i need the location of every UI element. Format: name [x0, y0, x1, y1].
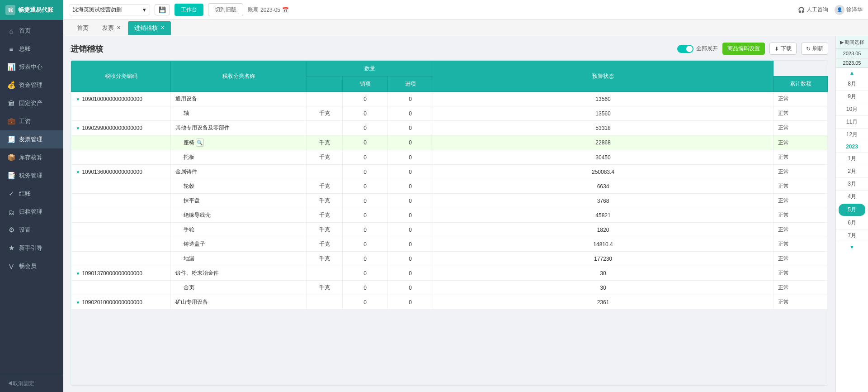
product-code-button[interactable]: 商品编码设置 — [722, 43, 765, 55]
table-cell-code — [71, 237, 171, 252]
table-cell-sales: 0 — [343, 237, 388, 252]
table-cell-name: 地漏 — [171, 252, 307, 266]
app-name: 畅捷通易代账 — [18, 6, 53, 14]
expand-icon[interactable]: ▼ — [76, 170, 80, 175]
sidebar-item-home[interactable]: ⌂ 首页 — [0, 22, 63, 40]
tab-reconciliation-close[interactable]: ✕ — [160, 25, 165, 31]
period-month-item[interactable]: 1月 — [836, 153, 868, 165]
sidebar-item-inventory[interactable]: 📦 库存核算 — [0, 148, 63, 167]
save-draft-button[interactable]: 💾 — [155, 4, 170, 15]
period-month-item[interactable]: 5月 — [839, 204, 865, 216]
refresh-label: 刷新 — [812, 45, 823, 53]
user-menu[interactable]: 👤 徐泽华 — [835, 5, 863, 15]
tab-invoice-close[interactable]: ✕ — [117, 25, 121, 31]
reports-icon: 📊 — [7, 63, 15, 71]
period-month-item[interactable]: 8月 — [836, 78, 868, 91]
table-cell-purchase: 0 — [388, 92, 433, 106]
toggle-switch[interactable] — [677, 45, 693, 53]
expand-icon[interactable]: ▼ — [76, 126, 80, 131]
table-cell-total: 45821 — [433, 208, 774, 223]
period-month-item[interactable]: 2月 — [836, 165, 868, 178]
table-cell-sales: 0 — [343, 208, 388, 223]
table-cell-code — [71, 135, 171, 150]
tab-reconciliation[interactable]: 进销稽核 ✕ — [128, 21, 171, 35]
sidebar-item-ledger[interactable]: ≡ 总账 — [0, 40, 63, 58]
table-cell-unit: 千克 — [307, 281, 343, 295]
col-purchase: 进项 — [388, 76, 433, 92]
period-month-item[interactable]: 12月 — [836, 129, 868, 141]
sidebar-item-funds[interactable]: 💰 资金管理 — [0, 76, 63, 94]
sidebar-item-closing[interactable]: ✓ 结账 — [0, 185, 63, 203]
table-cell-total: 30 — [433, 281, 774, 295]
expand-icon[interactable]: ▼ — [76, 300, 80, 305]
period-header[interactable]: ▶ 期间选择 — [836, 36, 868, 49]
row-search-icon[interactable]: 🔍 — [196, 139, 204, 147]
period-up-button[interactable]: ▲ — [836, 68, 868, 78]
switch-old-button[interactable]: 切到旧版 — [208, 3, 243, 16]
table-cell-sales: 0 — [343, 194, 388, 208]
sidebar-item-vip[interactable]: V 畅会员 — [0, 257, 63, 275]
period-month-item[interactable]: 4月 — [836, 191, 868, 203]
table-cell-sales: 0 — [343, 135, 388, 150]
closing-icon: ✓ — [7, 190, 15, 198]
tab-home[interactable]: 首页 — [71, 21, 95, 35]
service-button[interactable]: 🎧 人工咨询 — [798, 6, 828, 14]
workbench-button[interactable]: 工作台 — [175, 4, 203, 16]
sidebar-pin-toggle[interactable]: ◀取消固定 — [0, 375, 63, 392]
expand-toggle[interactable]: 全部展开 — [677, 45, 718, 53]
calendar-icon[interactable]: 📅 — [282, 7, 289, 13]
period-down-button[interactable]: ▼ — [836, 242, 868, 252]
data-table-wrap: 税收分类编码 税收分类名称 数量 预警状态 销项 进项 累计数额 — [71, 60, 828, 386]
table-cell-sales: 0 — [343, 266, 388, 281]
table-cell-name: 金属铸件 — [171, 165, 307, 179]
table-cell-purchase: 0 — [388, 295, 433, 310]
sidebar-item-reports[interactable]: 📊 报表中心 — [0, 58, 63, 76]
period-month-item[interactable]: 9月 — [836, 91, 868, 103]
company-name: 沈海英测试经营勿删 — [73, 6, 141, 14]
sidebar-item-label: 归档管理 — [19, 208, 42, 216]
table-cell-total: 3768 — [433, 194, 774, 208]
sidebar-item-invoice[interactable]: 🧾 发票管理 — [0, 130, 63, 148]
period-month-item[interactable]: 2023 — [836, 141, 868, 153]
tab-invoice-label: 发票 — [102, 24, 114, 32]
expand-icon[interactable]: ▼ — [76, 271, 80, 276]
table-cell-code: ▼10901370000000000000 — [71, 266, 171, 281]
content-main: 进销稽核 全部展开 商品编码设置 ⬇ 下载 ↻ 刷新 — [63, 36, 835, 392]
company-selector[interactable]: 沈海英测试经营勿删 ▾ — [69, 4, 150, 15]
sidebar-item-label: 库存核算 — [19, 153, 42, 162]
expand-icon[interactable]: ▼ — [76, 97, 80, 102]
sidebar: 账 畅捷通易代账 ⌂ 首页 ≡ 总账 📊 报表中心 💰 资金管理 🏛 固定资产 … — [0, 0, 63, 392]
funds-icon: 💰 — [7, 81, 15, 89]
tab-invoice[interactable]: 发票 ✕ — [96, 21, 127, 35]
sidebar-item-settings[interactable]: ⚙ 设置 — [0, 221, 63, 239]
dropdown-arrow-icon: ▾ — [143, 6, 146, 13]
col-sales: 销项 — [343, 76, 388, 92]
sidebar-item-assets[interactable]: 🏛 固定资产 — [0, 94, 63, 112]
period-month-item[interactable]: 10月 — [836, 103, 868, 116]
sidebar-item-payroll[interactable]: 💼 工资 — [0, 112, 63, 130]
table-cell-sales: 0 — [343, 121, 388, 135]
period-month-item[interactable]: 7月 — [836, 229, 868, 242]
period-month-item[interactable]: 6月 — [836, 217, 868, 229]
tax-icon: 📑 — [7, 172, 15, 180]
sidebar-item-label: 畅会员 — [19, 262, 37, 270]
table-cell-sales: 0 — [343, 92, 388, 106]
table-cell-purchase: 0 — [388, 165, 433, 179]
period-month-item[interactable]: 3月 — [836, 178, 868, 191]
pin-label: ◀取消固定 — [7, 380, 34, 387]
period-month-item[interactable]: 11月 — [836, 116, 868, 129]
table-cell-name: 托板 — [171, 150, 307, 165]
table-cell-unit: 千克 — [307, 223, 343, 237]
table-cell-code — [71, 252, 171, 266]
sidebar-item-label: 资金管理 — [19, 81, 42, 89]
sidebar-nav: ⌂ 首页 ≡ 总账 📊 报表中心 💰 资金管理 🏛 固定资产 💼 工资 🧾 发票… — [0, 20, 63, 375]
download-button[interactable]: ⬇ 下载 — [769, 43, 797, 55]
table-cell-code — [71, 281, 171, 295]
table-cell-sales: 0 — [343, 179, 388, 194]
sidebar-item-label: 设置 — [19, 226, 31, 234]
sidebar-item-archive[interactable]: 🗂 归档管理 — [0, 203, 63, 221]
sidebar-item-label: 首页 — [19, 27, 31, 35]
sidebar-item-guide[interactable]: ★ 新手引导 — [0, 239, 63, 257]
sidebar-item-tax[interactable]: 📑 税务管理 — [0, 167, 63, 185]
refresh-button[interactable]: ↻ 刷新 — [801, 43, 828, 55]
